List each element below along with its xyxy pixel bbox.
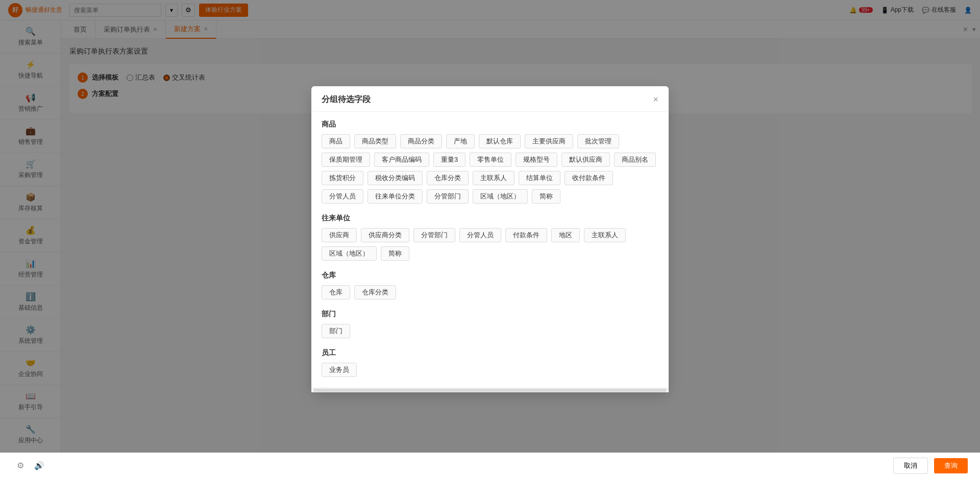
field-tag-0-2[interactable]: 商品分类	[400, 134, 442, 148]
field-tag-0-9[interactable]: 重量3	[433, 153, 465, 167]
field-tag-0-19[interactable]: 收付款条件	[565, 171, 613, 185]
field-tag-0-4[interactable]: 默认仓库	[479, 134, 521, 148]
section-title-2: 仓库	[322, 271, 658, 280]
field-tag-0-22[interactable]: 分管部门	[427, 189, 469, 204]
modal-body[interactable]: 商品商品商品类型商品分类产地默认仓库主要供应商批次管理保质期管理客户商品编码重量…	[311, 112, 669, 388]
field-tag-1-1[interactable]: 供应商分类	[361, 228, 409, 242]
field-section-2: 仓库仓库仓库分类	[322, 271, 658, 299]
field-tags-2: 仓库仓库分类	[322, 285, 658, 299]
settings-icon[interactable]: ⚙	[17, 461, 24, 470]
field-tag-0-0[interactable]: 商品	[322, 134, 350, 148]
field-tag-0-10[interactable]: 零售单位	[470, 153, 511, 167]
field-tag-1-7[interactable]: 区域（地区）	[322, 246, 377, 261]
field-tag-0-11[interactable]: 规格型号	[516, 153, 557, 167]
modal: 分组待选字段 × 商品商品商品类型商品分类产地默认仓库主要供应商批次管理保质期管…	[311, 86, 669, 392]
modal-overlay: 分组待选字段 × 商品商品商品类型商品分类产地默认仓库主要供应商批次管理保质期管…	[0, 0, 980, 478]
modal-title: 分组待选字段	[322, 94, 371, 105]
field-section-0: 商品商品商品类型商品分类产地默认仓库主要供应商批次管理保质期管理客户商品编码重量…	[322, 120, 658, 204]
section-title-4: 员工	[322, 348, 658, 358]
field-section-3: 部门部门	[322, 310, 658, 338]
field-tag-0-23[interactable]: 区域（地区）	[473, 189, 528, 204]
field-tag-0-3[interactable]: 产地	[446, 134, 475, 148]
field-tag-2-0[interactable]: 仓库	[322, 285, 350, 299]
field-tag-0-8[interactable]: 客户商品编码	[374, 153, 429, 167]
field-section-4: 员工业务员	[322, 348, 658, 377]
cancel-button[interactable]: 取消	[893, 458, 928, 474]
field-tag-0-15[interactable]: 税收分类编码	[368, 171, 423, 185]
field-tag-0-7[interactable]: 保质期管理	[322, 153, 370, 167]
section-title-3: 部门	[322, 310, 658, 319]
field-section-1: 往来单位供应商供应商分类分管部门分管人员付款条件地区主联系人区域（地区）简称	[322, 214, 658, 261]
field-tag-0-16[interactable]: 仓库分类	[427, 171, 469, 185]
field-tag-0-24[interactable]: 简称	[532, 189, 560, 204]
field-tag-0-5[interactable]: 主要供应商	[525, 134, 573, 148]
field-tag-1-4[interactable]: 付款条件	[505, 228, 547, 242]
field-tag-0-12[interactable]: 默认供应商	[561, 153, 610, 167]
speaker-icon[interactable]: 🔊	[34, 461, 44, 470]
modal-hscroll-bar	[313, 389, 667, 392]
field-tag-0-13[interactable]: 商品别名	[614, 153, 656, 167]
field-tag-0-1[interactable]: 商品类型	[354, 134, 396, 148]
field-tag-1-0[interactable]: 供应商	[322, 228, 357, 242]
field-tags-0: 商品商品类型商品分类产地默认仓库主要供应商批次管理保质期管理客户商品编码重量3零…	[322, 134, 658, 204]
field-tag-1-2[interactable]: 分管部门	[413, 228, 455, 242]
modal-close-icon[interactable]: ×	[653, 95, 658, 104]
field-tag-3-0[interactable]: 部门	[322, 324, 350, 338]
field-tag-1-8[interactable]: 简称	[381, 246, 409, 261]
section-title-1: 往来单位	[322, 214, 658, 223]
confirm-button[interactable]: 查询	[934, 458, 968, 473]
field-tag-0-14[interactable]: 拣货积分	[322, 171, 363, 185]
section-title-0: 商品	[322, 120, 658, 129]
field-tag-1-3[interactable]: 分管人员	[459, 228, 501, 242]
field-tag-0-20[interactable]: 分管人员	[322, 189, 363, 204]
field-tags-1: 供应商供应商分类分管部门分管人员付款条件地区主联系人区域（地区）简称	[322, 228, 658, 261]
field-tag-4-0[interactable]: 业务员	[322, 363, 357, 377]
field-tag-0-21[interactable]: 往来单位分类	[368, 189, 423, 204]
bottom-sidebar: ⚙ 🔊	[0, 452, 61, 478]
modal-hscroll[interactable]	[311, 388, 669, 392]
field-tag-1-6[interactable]: 主联系人	[584, 228, 626, 242]
field-tag-0-6[interactable]: 批次管理	[577, 134, 619, 148]
bottom-footer: 取消 查询	[61, 452, 980, 478]
modal-header: 分组待选字段 ×	[311, 86, 669, 112]
field-tag-1-5[interactable]: 地区	[551, 228, 580, 242]
field-tag-2-1[interactable]: 仓库分类	[354, 285, 396, 299]
field-tag-0-18[interactable]: 结算单位	[519, 171, 560, 185]
field-tag-0-17[interactable]: 主联系人	[473, 171, 514, 185]
field-tags-3: 部门	[322, 324, 658, 338]
field-tags-4: 业务员	[322, 363, 658, 377]
